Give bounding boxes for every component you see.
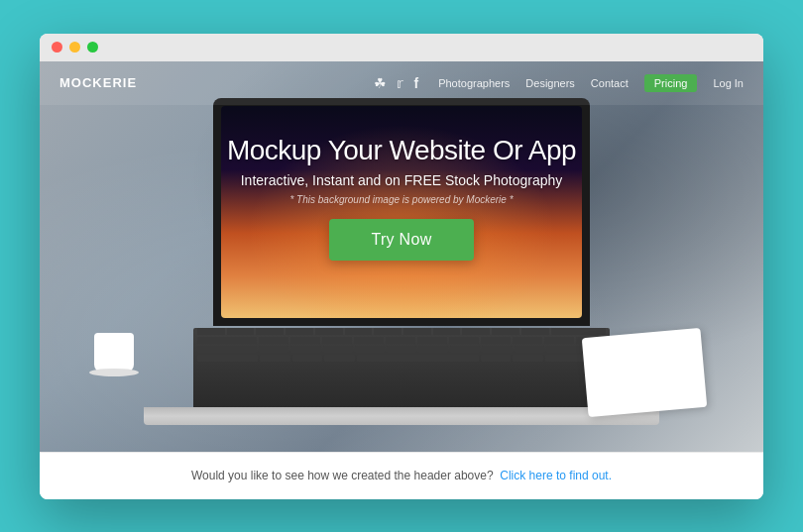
traffic-close-button[interactable] <box>52 42 62 53</box>
footer-static-text: Would you like to see how we created the… <box>191 469 494 482</box>
footer-text: Would you like to see how we created the… <box>191 469 612 482</box>
traffic-maximize-button[interactable] <box>87 42 98 53</box>
instagram-icon[interactable]: ☘ <box>374 75 387 91</box>
hero-title: Mockup Your Website Or App <box>227 135 576 166</box>
brand-logo: MOCKERIE <box>59 75 137 90</box>
laptop-body <box>144 407 659 425</box>
nav-links: Photographers Designers Contact Pricing … <box>438 74 744 92</box>
navbar: MOCKERIE ☘ 𝕣 f Photographers Designers C… <box>40 61 763 105</box>
hero-content: Mockup Your Website Or App Interactive, … <box>40 105 763 261</box>
nav-designers[interactable]: Designers <box>525 77 575 89</box>
nav-pricing[interactable]: Pricing <box>644 74 698 92</box>
browser-window: MOCKERIE ☘ 𝕣 f Photographers Designers C… <box>40 34 763 499</box>
twitter-icon[interactable]: 𝕣 <box>397 75 403 91</box>
nav-contact[interactable]: Contact <box>591 77 629 89</box>
footer-link[interactable]: Click here to find out. <box>500 469 612 482</box>
cup-saucer <box>89 369 139 376</box>
traffic-minimize-button[interactable] <box>69 42 80 53</box>
notebook <box>582 327 708 416</box>
nav-login[interactable]: Log In <box>713 77 744 89</box>
hero-subtitle: Interactive, Instant and on FREE Stock P… <box>241 172 563 188</box>
cup-body <box>94 333 134 372</box>
try-now-button[interactable]: Try Now <box>329 219 473 261</box>
facebook-icon[interactable]: f <box>413 75 418 91</box>
nav-photographers[interactable]: Photographers <box>438 77 510 89</box>
laptop-keyboard <box>193 328 610 407</box>
coffee-cup <box>89 318 139 372</box>
browser-content: MOCKERIE ☘ 𝕣 f Photographers Designers C… <box>40 61 763 499</box>
browser-titlebar <box>40 34 763 61</box>
hero-section: MOCKERIE ☘ 𝕣 f Photographers Designers C… <box>40 61 763 452</box>
hero-caption: * This background image is powered by Mo… <box>289 194 513 205</box>
footer-bar: Would you like to see how we created the… <box>40 452 763 499</box>
social-icons: ☘ 𝕣 f <box>374 75 418 91</box>
